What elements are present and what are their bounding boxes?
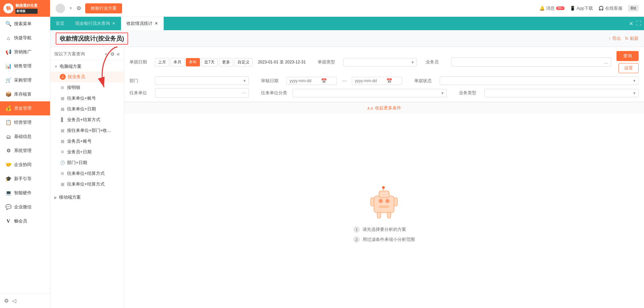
audit-date-to-input[interactable]: 📅 (352, 77, 402, 85)
export-btn[interactable]: ↑ 导出 (609, 36, 621, 42)
sidebar-item-label: 企业协同 (14, 162, 32, 168)
tree-item-label: 往来单位+结算方式 (67, 181, 105, 187)
left-panel-title: 按以下方案查询 (54, 51, 85, 57)
tab-receipt-stats[interactable]: 收款情况统计 ✕ (121, 17, 164, 30)
empty-step-1: 1 请先选择要分析的方案 (353, 226, 415, 233)
date-btn-this-year[interactable]: 本年 (186, 58, 200, 66)
tab-home[interactable]: 首页 (50, 17, 70, 30)
topbar-username-display[interactable]: Rit (628, 5, 639, 11)
tab-receipt-stats-close-icon[interactable]: ✕ (155, 21, 158, 26)
sidebar-item-member[interactable]: V 畅会员 (0, 214, 50, 228)
tree-item-unit-account[interactable]: ▦ 往来单位+账号 (50, 93, 124, 104)
mobile-section-header[interactable]: ▶ 移动端方案 (50, 192, 124, 202)
refresh-icon: ↻ (625, 36, 629, 41)
collapse-filter-btn[interactable]: ∧∧ 收起更多条件 (124, 102, 644, 114)
biz-type-chevron-icon: ▾ (633, 91, 636, 96)
tree-item-salesperson-account[interactable]: ▦ 业务员+账号 (50, 136, 124, 147)
sidebar-item-enterprise[interactable]: 🤝 企业协同 (0, 158, 50, 172)
notification-btn[interactable]: 🔔 消息 99+ (539, 5, 565, 11)
add-scheme-btn[interactable]: ＋ (104, 51, 108, 57)
audit-date-from-input[interactable]: 📅 (286, 77, 337, 85)
sidebar-item-sales[interactable]: 📊 销售管理 (0, 59, 50, 73)
salesperson-select[interactable]: ... (451, 57, 611, 67)
biz-type-label: 业务类型 (459, 90, 479, 96)
tree-item-salesperson-date[interactable]: ⚙ 业务员+日期 (50, 147, 124, 157)
biz-type-select[interactable]: ▾ (484, 89, 639, 97)
counterpart-cat-select[interactable]: ▾ (292, 89, 447, 97)
tree-item-dept-date[interactable]: 🕐 部门+日期 (50, 157, 124, 168)
sidebar-item-guide[interactable]: 🎓 新手引导 (0, 172, 50, 186)
logo-icon: 畅 (3, 3, 13, 13)
sidebar-item-business[interactable]: 📋 经营管理 (0, 115, 50, 130)
main-content: ▼ ⚙ 体验行业方案 🔔 消息 99+ 📱 App下载 🎧 在线客服 Rit 首… (50, 0, 644, 308)
refresh-btn[interactable]: ↻ 刷新 (625, 36, 639, 42)
pc-section: ▼ 电脑端方案 人 按业务员 ⊞ 按明细 ▦ 往来单位+账号 ▦ (50, 60, 124, 191)
svg-rect-5 (371, 198, 374, 206)
pc-section-header[interactable]: ▼ 电脑端方案 (50, 61, 124, 71)
sidebar-item-label: 畅会员 (14, 218, 27, 224)
sidebar-settings-icon[interactable]: ⚙ (4, 298, 9, 304)
empty-steps: 1 请先选择要分析的方案 2 用过滤条件来缩小分析范围 (353, 226, 415, 243)
sidebar-item-purchase[interactable]: 🛒 采购管理 (0, 73, 50, 87)
topbar-gear-icon[interactable]: ⚙ (76, 5, 81, 11)
dept-select[interactable]: ▾ (155, 76, 249, 85)
calendar-from-icon[interactable]: 📅 (321, 78, 327, 84)
sidebar-item-hardware[interactable]: 💻 智能硬件 (0, 186, 50, 200)
trial-btn[interactable]: 体验行业方案 (85, 3, 122, 13)
collapse-panel-btn[interactable]: « (117, 51, 120, 57)
counterpart-dots-icon[interactable]: ··· (241, 90, 246, 96)
date-btn-last-month[interactable]: 上月 (155, 58, 169, 66)
date-btn-custom[interactable]: 自定义 (234, 58, 253, 66)
settings-btn[interactable]: 设置 (619, 63, 639, 73)
sidebar-item-quick-nav[interactable]: ⌂ 快捷导航 (0, 31, 50, 45)
date-btn-more[interactable]: 更多 (219, 58, 233, 66)
sidebar-item-search-menu[interactable]: 🔍 搜索菜单 (0, 17, 50, 31)
query-btn[interactable]: 查询 (616, 51, 639, 61)
online-service-btn[interactable]: 🎧 在线客服 (598, 5, 623, 11)
date-btn-last-7days[interactable]: 近7天 (201, 58, 218, 66)
tab-bank-flow[interactable]: 现金银行流水查询 ✕ (70, 17, 121, 30)
sidebar-item-inventory[interactable]: 📦 库存核算 (0, 87, 50, 101)
wechat-icon: 💬 (5, 204, 11, 210)
tree-item-by-salesperson[interactable]: 人 按业务员 (50, 71, 124, 82)
topbar-user[interactable]: ▼ (56, 4, 72, 13)
svg-point-3 (385, 199, 389, 203)
tree-item-unit-date[interactable]: ▦ 往来单位+日期 (50, 104, 124, 114)
salesperson-dots-icon[interactable]: ... (604, 59, 608, 65)
audit-to-field[interactable] (355, 79, 385, 83)
sidebar-item-finance[interactable]: 💰 资金管理 (0, 101, 50, 115)
tree-item-label: 按业务员 (68, 74, 85, 80)
logo-text: 畅捷通好生意 (15, 3, 38, 8)
doc-status-select[interactable]: ▾ (440, 76, 639, 85)
bell-icon: 🔔 (539, 6, 545, 11)
sidebar-item-label: 采购管理 (14, 77, 32, 83)
tree-item-by-detail[interactable]: ⊞ 按明细 (50, 82, 124, 93)
sidebar-item-marketing[interactable]: 📢 营销推广 (0, 45, 50, 59)
tree-item-unit-payment1[interactable]: ⊞ 往来单位+结算方式 (50, 168, 124, 179)
audit-from-field[interactable] (289, 79, 320, 83)
doc-status-label: 单据状态 (414, 78, 434, 84)
tab-fullscreen-icon[interactable]: ⛶ (636, 20, 641, 27)
sidebar-item-basic-info[interactable]: 🗂 基础信息 (0, 130, 50, 144)
step-1-text: 请先选择要分析的方案 (363, 226, 406, 233)
unit-date-icon: ▦ (60, 106, 65, 112)
step-2-text: 用过滤条件来缩小分析范围 (363, 237, 415, 243)
unit-account-icon: ▦ (60, 96, 65, 101)
calendar-to-icon[interactable]: 📅 (386, 78, 392, 84)
tab-close-all-icon[interactable]: ✕ (629, 20, 633, 27)
tree-item-salesperson-payment[interactable]: ▋ 业务员+结算方式 (50, 114, 124, 125)
collapse-label: 收起更多条件 (375, 105, 401, 111)
tab-bank-flow-close-icon[interactable]: ✕ (112, 21, 115, 26)
date-btn-this-month[interactable]: 本月 (170, 58, 184, 66)
sidebar-collapse-icon[interactable]: ◁ (12, 298, 16, 304)
doc-type-select[interactable]: ▾ (343, 58, 417, 66)
date-label: 单据日期 (129, 59, 150, 65)
counterpart-select[interactable]: ··· (155, 88, 249, 98)
tree-item-unit-payment2[interactable]: ▦ 往来单位+结算方式 (50, 179, 124, 190)
tree-item-unit-dept-collect[interactable]: ▦ 按往来单位+部门+收... (50, 125, 124, 136)
settings-scheme-btn[interactable]: ⚙ (110, 51, 115, 57)
sidebar: 畅 畅捷通好生意 标准版 🔍 搜索菜单 ⌂ 快捷导航 📢 营销推广 📊 销售管理… (0, 0, 50, 308)
sidebar-item-wechat[interactable]: 💬 企业微信 (0, 200, 50, 214)
sidebar-item-system[interactable]: ⚙ 系统管理 (0, 144, 50, 158)
app-download-btn[interactable]: 📱 App下载 (570, 5, 593, 11)
